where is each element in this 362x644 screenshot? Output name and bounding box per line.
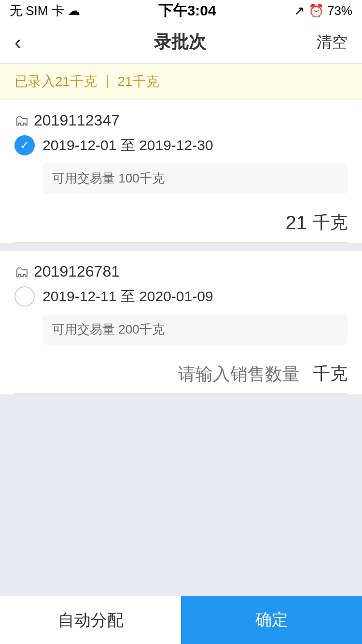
confirm-button[interactable]: 确定 [181, 596, 362, 644]
quantity-unit-1: 千克 [313, 211, 348, 235]
bottom-bar: 自动分配 确定 [0, 596, 362, 644]
batch-id-1: 2019112347 [34, 112, 120, 129]
radio-2[interactable] [14, 286, 35, 307]
back-button[interactable]: ‹ [14, 31, 43, 54]
batch-id-row-2: 🗂 2019126781 [14, 263, 348, 280]
batch-available-1: 可用交易量 100千克 [42, 163, 348, 194]
batch-icon-2: 🗂 [14, 264, 29, 280]
no-sim-text: 无 SIM 卡 ☁ [10, 2, 80, 19]
status-left: 无 SIM 卡 ☁ [10, 2, 80, 19]
status-right: ↗ ⏰ 73% [294, 3, 352, 18]
batch-available-2: 可用交易量 200千克 [42, 314, 348, 345]
banner-divider [107, 75, 108, 88]
status-bar: 无 SIM 卡 ☁ 下午3:04 ↗ ⏰ 73% [0, 0, 362, 21]
nav-bar: ‹ 录批次 清空 [0, 21, 362, 64]
batch-card-2: 🗂 2019126781 2019-12-11 至 2020-01-09 可用交… [0, 251, 362, 394]
batch-date-row-1[interactable]: ✓ 2019-12-01 至 2019-12-30 [14, 135, 348, 155]
auto-distribute-button[interactable]: 自动分配 [0, 596, 181, 644]
info-banner: 已录入21千克 21千克 [0, 64, 362, 100]
page-title: 录批次 [154, 30, 206, 54]
batch-date-row-2[interactable]: 2019-12-11 至 2020-01-09 [14, 286, 348, 307]
status-time: 下午3:04 [158, 1, 216, 21]
batch-card-1: 🗂 2019112347 ✓ 2019-12-01 至 2019-12-30 可… [0, 100, 362, 243]
batch-id-row-1: 🗂 2019112347 [14, 112, 348, 129]
batch-item-2: 🗂 2019126781 2019-12-11 至 2020-01-09 可用交… [0, 251, 362, 345]
empty-area [0, 394, 362, 596]
batch-date-1: 2019-12-01 至 2019-12-30 [42, 136, 213, 155]
recorded-value: 21千克 [117, 72, 159, 91]
batch-icon-1: 🗂 [14, 112, 29, 129]
status-icons: ↗ ⏰ 73% [294, 3, 352, 18]
batch-item-1: 🗂 2019112347 ✓ 2019-12-01 至 2019-12-30 可… [0, 100, 362, 194]
input-row-2: 千克 [0, 354, 362, 386]
radio-1[interactable]: ✓ [14, 135, 35, 155]
check-icon-1: ✓ [20, 139, 29, 152]
section-separator [0, 243, 362, 251]
quantity-value-1: 21 [286, 212, 307, 234]
clear-button[interactable]: 清空 [317, 32, 348, 53]
quantity-row-1: 21 千克 [0, 203, 362, 235]
batch-date-2: 2019-12-11 至 2020-01-09 [42, 287, 213, 307]
batch-id-2: 2019126781 [34, 263, 120, 280]
input-unit-2: 千克 [313, 362, 348, 386]
quantity-input-2[interactable] [162, 364, 307, 384]
recorded-label: 已录入21千克 [14, 72, 97, 91]
main-content: 已录入21千克 21千克 🗂 2019112347 ✓ 2019-12-01 至… [0, 64, 362, 596]
